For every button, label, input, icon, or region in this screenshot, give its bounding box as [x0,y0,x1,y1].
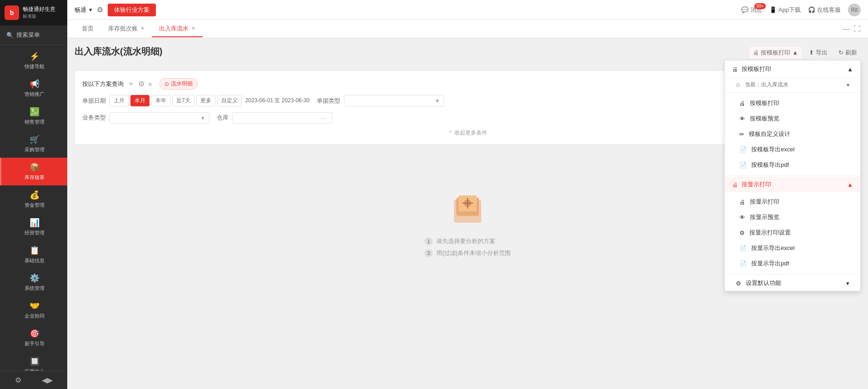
template-excel-item[interactable]: 📄 按模板导出excel [725,142,860,157]
date-btn-last-month[interactable]: 上月 [110,95,129,106]
display-excel-item[interactable]: 📄 按显示导出excel [725,240,860,256]
sidebar-collapse-button[interactable]: ◀▶ [42,376,53,384]
display-print-item-label: 按显示打印 [750,198,779,206]
filter-tag: ⊙ 流水明细 [160,78,198,90]
template-pdf-item[interactable]: 📄 按模板导出pdf [725,157,860,173]
sidebar-item-app-center[interactable]: 🔲 应用中心 [0,352,67,371]
sidebar-item-finance[interactable]: 💰 资金管理 [0,185,67,213]
date-btn-this-year[interactable]: 本年 [151,95,170,106]
template-preview-item[interactable]: 👁 按模板预览 [725,111,860,126]
warehouse-label: 仓库 [217,114,229,122]
search-menu-button[interactable]: 🔍 搜索菜单 [4,29,64,41]
user-name: Rit [851,7,858,13]
sidebar-item-system[interactable]: ⚙️ 系统管理 [0,269,67,296]
warehouse-select[interactable]: ··· [232,112,332,124]
filter-settings-button[interactable]: ⚙ [138,80,145,88]
refresh-button[interactable]: ↻ 刷新 [835,47,861,59]
sidebar-item-basic-info[interactable]: 📋 基础信息 [0,241,67,269]
dropdown-scroll-up[interactable]: ▲ [847,66,853,73]
sidebar-nav: ⚡ 快捷导航 📢 营销推广 💹 销售管理 🛒 采购管理 📦 库存核算 💰 资金管… [0,45,67,371]
display-section-header[interactable]: 🖨 按显示打印 ▲ [725,177,860,192]
dropdown-header: 🖨 按模板打印 ▲ [725,60,860,78]
sidebar-item-marketing[interactable]: 📢 营销推广 [0,75,67,102]
default-func-label: 设置默认功能 [746,279,781,287]
biz-type-select[interactable]: ▾ [110,112,210,124]
sidebar-item-label-system: 系统管理 [25,285,45,292]
current-label: 当前：出入库流水 [745,81,788,89]
date-btn-this-month[interactable]: 本月 [130,95,150,106]
template-print-button[interactable]: 🖨 按模板打印 ▲ [749,47,802,59]
sidebar-item-label-purchase: 采购管理 [25,146,45,153]
export-button[interactable]: ⬆ 导出 [805,47,831,59]
template-custom-item[interactable]: ✏ 模板自定义设计 [725,126,860,142]
toolbar: 🖨 按模板打印 ▲ ⬆ 导出 ↻ 刷新 [749,47,861,59]
company-selector[interactable]: 畅通 ▾ [75,6,92,14]
sidebar-item-label-basic-info: 基础信息 [25,257,45,264]
sidebar-item-inventory[interactable]: 📦 库存核算 [0,158,67,185]
sidebar-item-label-quick-nav: 快捷导航 [25,63,45,70]
print-dropdown-chevron[interactable]: ▲ [792,49,798,56]
user-avatar[interactable]: Rit [848,4,861,16]
tab-batch-account-close[interactable]: ✕ [140,25,145,31]
message-icon: 💬 [741,6,748,13]
date-btn-custom[interactable]: 自定义 [217,95,242,106]
date-btn-7days[interactable]: 近7天 [172,95,195,106]
logo-text-block: 畅捷通好生意 标准版 [23,6,55,20]
sidebar-item-label-cooperation: 企业协同 [25,313,45,319]
template-pdf-item-label: 按模板导出pdf [751,161,789,169]
sidebar-item-purchase[interactable]: 🛒 采购管理 [0,130,67,158]
display-pdf-item[interactable]: 📄 按显示导出pdf [725,256,860,271]
step-2-text: 用[过滤]条件来缩小分析范围 [436,249,510,257]
filter-date-item: 单据日期 上月 本月 本年 近7天 更多 自定义 2023-06-01 至 20… [82,95,309,106]
tab-home[interactable]: 首页 [75,21,101,37]
tab-maximize-icon[interactable]: ⛶ [853,25,861,33]
default-func-icon: ⚙ [736,280,741,287]
quick-nav-icon: ⚡ [30,51,40,61]
sidebar-item-label-finance: 资金管理 [25,202,45,209]
message-button[interactable]: 💬 消息 99+ [741,6,762,14]
printer-icon: 🖨 [753,49,759,56]
tab-batch-account[interactable]: 库存批次账 ✕ [101,21,152,37]
sidebar-item-operations[interactable]: 📊 经营管理 [0,213,67,241]
default-func-chevron: ▾ [846,280,849,287]
date-selector: 上月 本月 本年 近7天 更多 自定义 [110,95,242,106]
divider-1 [725,92,860,93]
warehouse-more-icon[interactable]: ··· [319,115,327,121]
display-print-item[interactable]: 🖨 按显示打印 [725,194,860,209]
sidebar-logo: b 畅捷通好生意 标准版 [0,0,67,25]
sidebar-item-quick-nav[interactable]: ⚡ 快捷导航 [0,47,67,75]
industry-solution-button[interactable]: 体验行业方案 [108,4,156,16]
collapse-label: 收起更多条件 [454,129,487,137]
empty-svg-icon [445,186,490,232]
date-btn-more[interactable]: 更多 [196,95,215,106]
app-download-button[interactable]: 📱 App下载 [769,6,801,14]
header-settings-icon[interactable]: ⚙ [97,5,103,14]
sidebar-item-label-marketing: 营销推广 [25,91,45,98]
header-left: 畅通 ▾ ⚙ 体验行业方案 [75,4,156,16]
filter-collapse-arrow[interactable]: « [148,80,152,88]
template-print-item[interactable]: 🖨 按模板打印 [725,95,860,111]
filter-tag-icon: ⊙ [165,81,169,87]
tab-minimize-icon[interactable]: — [843,25,850,33]
display-settings-item[interactable]: ⚙ 按显示打印设置 [725,225,860,240]
display-pdf-icon: 📄 [739,260,747,267]
filter-biz-type-item: 业务类型 ▾ [82,112,210,124]
sidebar-item-label-guide: 新手引导 [25,340,45,347]
sidebar-item-cooperation[interactable]: 🤝 企业协同 [0,296,67,324]
doc-type-select[interactable]: ▾ [344,95,444,106]
tab-flow[interactable]: 出入库流水 ✕ [152,21,203,37]
template-preview-icon: 👁 [739,115,745,122]
tab-flow-close[interactable]: ✕ [191,25,195,31]
sidebar-settings-button[interactable]: ⚙ [15,376,21,384]
sidebar-item-guide[interactable]: 🎯 新手引导 [0,324,67,352]
date-range-display: 2023-06-01 至 2023-06-30 [245,97,309,105]
biz-type-dropdown-icon: ▾ [201,115,205,121]
default-func-item[interactable]: ⚙ 设置默认功能 ▾ [725,275,860,291]
sidebar-item-sales[interactable]: 💹 销售管理 [0,102,67,130]
filter-add-button[interactable]: ＋ [127,79,135,89]
online-service-button[interactable]: 🎧 在线客服 [808,6,841,14]
sales-icon: 💹 [30,107,40,117]
display-preview-item[interactable]: 👁 按显示预览 [725,209,860,225]
step-1-text: 请先选择要分析的方案 [436,237,495,245]
display-section-icon: 🖨 [732,181,738,188]
